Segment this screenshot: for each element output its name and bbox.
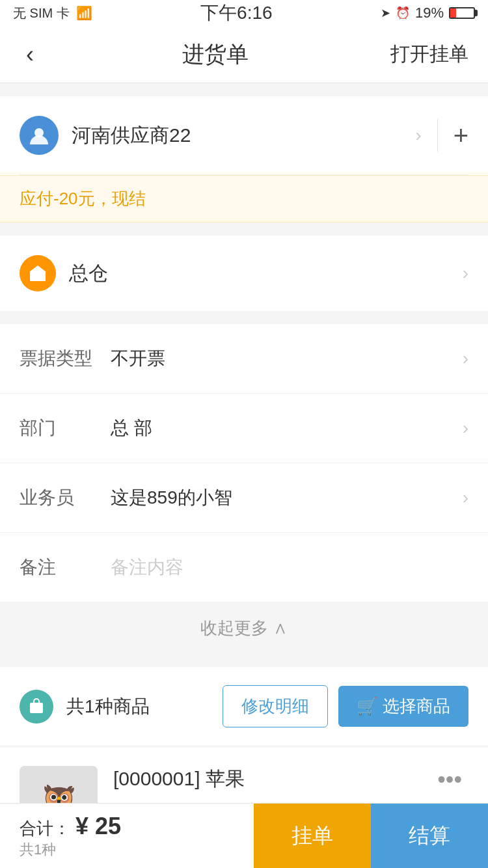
remark-label: 备注 [20, 555, 98, 580]
form-row-invoice[interactable]: 票据类型 不开票 › [0, 324, 488, 394]
supplier-name: 河南供应商22 [72, 122, 415, 149]
total-row: 合计： ¥ 25 [20, 813, 234, 840]
edit-detail-button[interactable]: 修改明细 [223, 685, 328, 727]
supplier-section: 河南供应商22 › + [0, 96, 488, 175]
salesperson-chevron: › [463, 487, 468, 508]
notice-bar: 应付-20元，现结 [0, 175, 488, 223]
section-gap-1 [0, 83, 488, 96]
total-sub: 共1种 [20, 840, 234, 860]
section-gap-4 [0, 654, 488, 667]
supplier-avatar [20, 116, 59, 155]
add-button[interactable]: + [454, 121, 468, 150]
warehouse-section: 总仓 › [0, 236, 488, 311]
product-count-label: 共1种商品 [66, 694, 223, 719]
nav-bar: ‹ 进货单 打开挂单 [0, 26, 488, 83]
svg-rect-1 [30, 272, 46, 281]
collapse-toggle[interactable]: 收起更多 ∧ [0, 603, 488, 654]
department-value: 总 部 [98, 416, 463, 441]
product-count-icon [20, 690, 53, 724]
svg-rect-2 [30, 703, 43, 713]
salesperson-value: 这是859的小智 [98, 485, 463, 510]
open-hold-button[interactable]: 打开挂单 [390, 41, 468, 68]
total-amount: ¥ 25 [75, 813, 121, 840]
hold-button[interactable]: 挂单 [254, 804, 371, 869]
page-title: 进货单 [182, 40, 249, 70]
back-button[interactable]: ‹ [20, 34, 40, 75]
supplier-row[interactable]: 河南供应商22 › + [20, 96, 468, 175]
warehouse-name: 总仓 [69, 260, 463, 287]
remark-placeholder[interactable]: 备注内容 [98, 555, 468, 580]
footer-total: 合计： ¥ 25 共1种 [0, 813, 254, 860]
warehouse-row[interactable]: 总仓 › [20, 236, 468, 311]
wifi-icon: 📶 [76, 5, 92, 21]
cart-icon: 🛒 [357, 696, 377, 716]
form-section: 票据类型 不开票 › 部门 总 部 › 业务员 这是859的小智 › 备注 备注… [0, 324, 488, 603]
location-icon: ➤ [381, 6, 390, 20]
sim-label: 无 SIM 卡 [13, 5, 70, 22]
invoice-chevron: › [463, 348, 468, 369]
department-label: 部门 [20, 416, 98, 441]
alarm-icon: ⏰ [396, 6, 410, 20]
status-bar: 无 SIM 卡 📶 下午6:16 ➤ ⏰ 19% [0, 0, 488, 26]
section-gap-3 [0, 311, 488, 324]
form-row-salesperson[interactable]: 业务员 这是859的小智 › [0, 463, 488, 533]
divider [437, 119, 438, 152]
department-chevron: › [463, 418, 468, 439]
form-row-department[interactable]: 部门 总 部 › [0, 394, 488, 463]
product-header: 共1种商品 修改明细 🛒 选择商品 [0, 667, 488, 746]
warehouse-icon [20, 255, 56, 292]
checkout-button[interactable]: 结算 [371, 804, 488, 869]
supplier-chevron: › [415, 125, 421, 146]
footer: 合计： ¥ 25 共1种 挂单 结算 [0, 803, 488, 868]
battery-icon [449, 7, 475, 19]
select-product-button[interactable]: 🛒 选择商品 [338, 686, 468, 727]
salesperson-label: 业务员 [20, 485, 98, 510]
collapse-label: 收起更多 ∧ [200, 617, 287, 640]
form-row-remark[interactable]: 备注 备注内容 [0, 533, 488, 603]
product-more-button[interactable]: ••• [431, 766, 468, 793]
battery-percent: 19% [415, 5, 444, 21]
invoice-value: 不开票 [98, 346, 463, 371]
notice-text: 应付-20元，现结 [20, 189, 146, 208]
invoice-label: 票据类型 [20, 346, 98, 371]
section-gap-2 [0, 223, 488, 236]
select-product-label: 选择商品 [383, 695, 450, 718]
total-label: 合计： [20, 817, 70, 840]
product-name: [0000001] 苹果 [113, 766, 431, 793]
status-time: 下午6:16 [200, 1, 273, 25]
warehouse-chevron: › [463, 263, 468, 284]
